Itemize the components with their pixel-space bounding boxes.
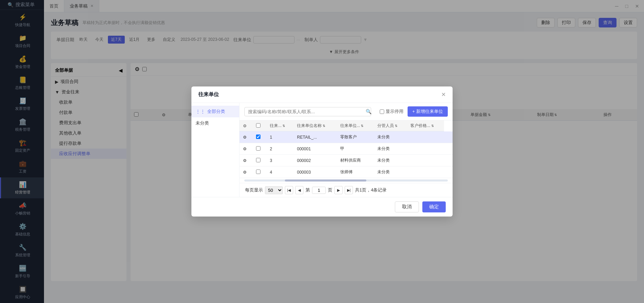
modal-table-row[interactable]: ⚙ 3 000002 材料供应商 未分类: [240, 155, 453, 166]
modal-col-settings: ⚙: [240, 120, 253, 131]
row-sales: [407, 131, 444, 143]
row-category: 未分类: [374, 155, 407, 166]
modal-title: 往来单位: [198, 91, 219, 98]
modal-col-checkbox: [253, 120, 266, 131]
row-name: 张师傅: [337, 166, 374, 178]
row-sales: [407, 143, 444, 155]
row-code: RETAIL_...: [293, 131, 336, 143]
per-page-select[interactable]: 50 100: [265, 186, 283, 194]
modal-table: ⚙ 往来... 往来单位名称 往来单位... 分管人员 客户价格... ⚙: [240, 120, 453, 178]
row-settings: ⚙: [240, 131, 253, 143]
prev-page-btn[interactable]: ◀: [295, 186, 303, 194]
row-checkbox[interactable]: [253, 143, 266, 155]
modal-overlay[interactable]: 往来单位 ✕ ⋮⋮ 全部分类 未分类 🔍: [0, 0, 644, 303]
row-code: 000003: [293, 166, 336, 178]
modal-body: ⋮⋮ 全部分类 未分类 🔍 显示停用 + 新增往来单位: [191, 103, 453, 197]
row-id: 2: [266, 143, 293, 155]
page-label-di: 第: [306, 187, 310, 193]
confirm-button[interactable]: 确定: [422, 201, 446, 212]
show-disabled-checkbox[interactable]: [380, 109, 384, 114]
modal-col-category[interactable]: 往来单位...: [337, 120, 374, 131]
row-checkbox[interactable]: [253, 166, 266, 178]
modal-category-panel: ⋮⋮ 全部分类 未分类: [191, 103, 240, 197]
row-id: 4: [266, 166, 293, 178]
modal-table-row[interactable]: ⚙ 2 000001 甲 未分类: [240, 143, 453, 155]
modal-search-icon[interactable]: 🔍: [366, 109, 371, 114]
modal-right-panel: 🔍 显示停用 + 新增往来单位 ⚙ 往来...: [240, 103, 453, 197]
modal-col-sales[interactable]: 分管人员: [374, 120, 407, 131]
row-name: 材料供应商: [337, 155, 374, 166]
row-settings: ⚙: [240, 143, 253, 155]
row-code: 000001: [293, 143, 336, 155]
row-category: 未分类: [374, 143, 407, 155]
modal-table-row[interactable]: ⚙ 4 000003 张师傅 未分类: [240, 166, 453, 178]
modal-table-wrap: ⚙ 往来... 往来单位名称 往来单位... 分管人员 客户价格... ⚙: [240, 120, 453, 183]
modal-close-button[interactable]: ✕: [441, 91, 446, 98]
grid-icon: ⋮⋮: [196, 109, 205, 114]
modal-pagination: 每页显示 50 100 |◀ ◀ 第 页 ▶ ▶| 共1页，4条记录: [240, 183, 453, 197]
modal-select-all[interactable]: [256, 123, 260, 128]
category-uncat-label: 未分类: [196, 120, 209, 126]
modal-col-code[interactable]: 往来...: [266, 120, 293, 131]
row-category: 未分类: [374, 131, 407, 143]
total-info: 共1页，4条记录: [355, 187, 387, 193]
modal-partner: 往来单位 ✕ ⋮⋮ 全部分类 未分类 🔍: [191, 86, 453, 217]
row-price: [444, 166, 453, 178]
row-sales: [407, 166, 444, 178]
per-page-label: 每页显示: [245, 187, 263, 193]
row-price: [444, 131, 453, 143]
row-price: [444, 155, 453, 166]
row-code: 000002: [293, 155, 336, 166]
last-page-btn[interactable]: ▶|: [345, 186, 353, 194]
row-settings: ⚙: [240, 155, 253, 166]
modal-category-all[interactable]: ⋮⋮ 全部分类: [191, 106, 239, 117]
modal-header: 往来单位 ✕: [191, 86, 453, 103]
row-id: 1: [266, 131, 293, 143]
page-input[interactable]: [312, 187, 326, 194]
modal-search-input[interactable]: [244, 107, 371, 116]
row-settings: ⚙: [240, 166, 253, 178]
add-partner-button[interactable]: + 新增往来单位: [408, 106, 448, 117]
modal-table-row[interactable]: ⚙ 1 RETAIL_... 零散客户 未分类: [240, 131, 453, 143]
row-checkbox[interactable]: [253, 131, 266, 143]
modal-actions: 取消 确定: [191, 197, 453, 217]
row-sales: [407, 155, 444, 166]
row-name: 甲: [337, 143, 374, 155]
row-name: 零散客户: [337, 131, 374, 143]
modal-col-price[interactable]: 客户价格...: [407, 120, 444, 131]
pagination-controls: 每页显示 50 100 |◀ ◀ 第 页 ▶ ▶| 共1页，4条记录: [245, 186, 387, 194]
page-label-ye: 页: [328, 187, 332, 193]
row-price: [444, 143, 453, 155]
category-all-label: 全部分类: [207, 108, 225, 115]
modal-category-uncat[interactable]: 未分类: [191, 117, 239, 129]
row-checkbox[interactable]: [253, 155, 266, 166]
row-category: 未分类: [374, 166, 407, 178]
show-disabled-label[interactable]: 显示停用: [380, 108, 403, 115]
modal-search-bar: 🔍 显示停用 + 新增往来单位: [240, 103, 453, 120]
cancel-button[interactable]: 取消: [395, 201, 419, 212]
next-page-btn[interactable]: ▶: [334, 186, 343, 194]
row-id: 3: [266, 155, 293, 166]
first-page-btn[interactable]: |◀: [285, 186, 293, 194]
modal-col-name[interactable]: 往来单位名称: [293, 120, 336, 131]
